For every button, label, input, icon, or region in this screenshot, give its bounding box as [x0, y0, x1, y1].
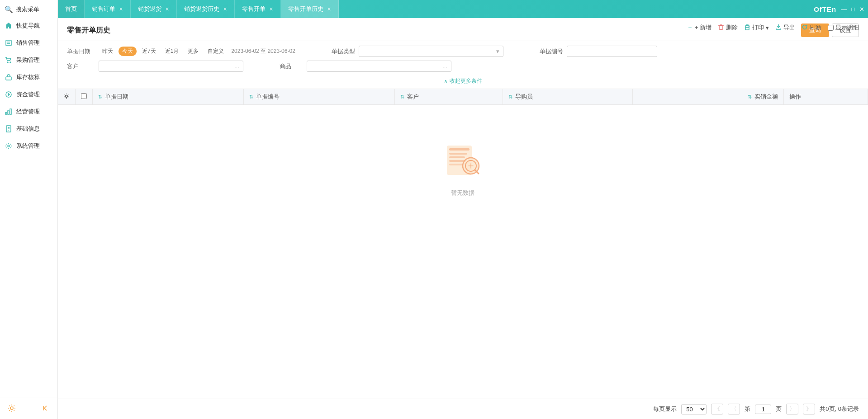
export-button[interactable]: 导出	[775, 24, 795, 32]
date-yesterday-btn[interactable]: 昨天	[99, 47, 117, 56]
print-icon	[744, 24, 750, 32]
sidebar-item-purchase-mgmt[interactable]: 采购管理	[0, 52, 57, 69]
print-label: 打印	[752, 24, 764, 32]
no-filter-input[interactable]	[567, 46, 657, 57]
refresh-button[interactable]: 刷新	[802, 24, 821, 32]
purchase-icon	[5, 56, 13, 64]
close-tab-retail-open-history[interactable]: ✕	[327, 6, 331, 12]
close-tab-sales-return-history[interactable]: ✕	[223, 6, 227, 12]
svg-rect-23	[449, 148, 470, 151]
topbar-right: OfTEn — □ ✕	[814, 5, 864, 13]
tab-retail-open-history[interactable]: 零售开单历史 ✕	[281, 0, 339, 18]
date-custom-btn[interactable]: 自定义	[204, 47, 228, 56]
tab-retail-open-history-label: 零售开单历史	[288, 5, 323, 13]
add-button[interactable]: ＋ + 新增	[687, 24, 711, 32]
page-input[interactable]	[755, 405, 771, 414]
prev-page-button[interactable]: 〈	[728, 404, 740, 414]
th-date[interactable]: ⇅ 单据日期	[93, 89, 244, 105]
select-all-checkbox[interactable]	[81, 93, 87, 99]
tab-sales-order[interactable]: 销售订单 ✕	[85, 0, 131, 18]
tab-sales-return[interactable]: 销货退货 ✕	[131, 0, 177, 18]
brand-label: OfTEn	[814, 5, 836, 13]
svg-rect-18	[745, 28, 749, 30]
sidebar-item-quick-nav[interactable]: 快捷导航	[0, 17, 57, 34]
pagination: 每页显示 10 20 50 100 《 〈 第 页 〉 》 共0页, 0条记录	[58, 399, 868, 419]
th-customer[interactable]: ⇅ 客户	[395, 89, 503, 105]
window-close-button[interactable]: ✕	[859, 6, 864, 13]
sidebar-bottom	[0, 397, 57, 419]
th-amount[interactable]: ⇅ 实销金额	[632, 89, 783, 105]
sidebar-item-label: 销售管理	[16, 39, 40, 47]
filter-area: 单据日期 昨天 今天 近7天 近1月 更多 自定义 2023-06-02 至 2…	[58, 41, 868, 89]
sidebar-item-basic-info[interactable]: 基础信息	[0, 120, 57, 137]
print-dropdown-icon[interactable]: ▾	[766, 24, 769, 31]
basic-info-icon	[5, 125, 13, 133]
collapse-bar[interactable]: ∧ 收起更多条件	[67, 75, 859, 87]
svg-point-14	[8, 145, 9, 147]
show-detail-label: 显示明细	[835, 24, 859, 32]
refresh-label: 刷新	[810, 24, 821, 32]
sidebar-item-finance[interactable]: 资金管理	[0, 86, 57, 103]
tab-retail-open-label: 零售开单	[242, 5, 266, 13]
tab-sales-return-history-label: 销货退货历史	[184, 5, 219, 13]
tab-sales-order-label: 销售订单	[92, 5, 115, 13]
operation-icon	[5, 108, 13, 116]
th-guide[interactable]: ⇅ 导购员	[503, 89, 633, 105]
close-tab-sales-return[interactable]: ✕	[165, 6, 169, 12]
goods-dots[interactable]: ...	[442, 63, 447, 70]
customer-dots[interactable]: ...	[234, 63, 239, 70]
sort-guide-icon: ⇅	[508, 94, 512, 99]
sort-date-icon: ⇅	[98, 94, 102, 99]
date-1month-btn[interactable]: 近1月	[161, 47, 183, 56]
search-icon: 🔍	[5, 5, 13, 14]
tab-home-label: 首页	[65, 5, 77, 13]
th-action: 操作	[784, 89, 868, 105]
minimize-button[interactable]: —	[841, 6, 847, 13]
tab-retail-open[interactable]: 零售开单 ✕	[235, 0, 281, 18]
close-tab-retail-open[interactable]: ✕	[269, 6, 273, 12]
page-size-select[interactable]: 10 20 50 100	[681, 404, 707, 414]
type-filter-label: 单据类型	[332, 47, 359, 56]
settings-bottom-icon[interactable]	[5, 402, 18, 414]
sidebar-item-label: 快捷导航	[16, 22, 40, 30]
delete-button[interactable]: 删除	[718, 24, 738, 32]
svg-rect-24	[449, 153, 467, 155]
sidebar-item-inventory[interactable]: 库存核算	[0, 69, 57, 86]
th-settings[interactable]	[58, 89, 76, 105]
print-button[interactable]: 打印 ▾	[744, 24, 769, 32]
sidebar-item-operation[interactable]: 经营管理	[0, 103, 57, 120]
th-date-label: 单据日期	[105, 93, 128, 100]
system-icon	[5, 142, 13, 150]
collapse-sidebar-icon[interactable]	[39, 402, 52, 414]
svg-rect-7	[5, 113, 7, 114]
next-page-button[interactable]: 〉	[786, 404, 798, 414]
date-more-btn[interactable]: 更多	[184, 47, 202, 56]
customer-filter-select[interactable]: ...	[99, 61, 243, 72]
date-7days-btn[interactable]: 近7天	[138, 47, 160, 56]
sidebar-item-system[interactable]: 系统管理	[0, 137, 57, 155]
th-no[interactable]: ⇅ 单据编号	[244, 89, 395, 105]
sidebar-item-sales-mgmt[interactable]: 销售管理	[0, 34, 57, 52]
last-page-button[interactable]: 》	[803, 404, 815, 414]
goods-filter-select[interactable]: ...	[307, 61, 451, 72]
show-detail-toggle[interactable]: 显示明细	[828, 24, 859, 32]
maximize-button[interactable]: □	[851, 6, 855, 13]
finance-icon	[5, 90, 13, 99]
page-title: 零售开单历史	[67, 26, 110, 35]
customer-filter-label: 客户	[67, 62, 99, 71]
type-filter-select[interactable]: ▾	[359, 46, 503, 57]
delete-label: 删除	[726, 24, 738, 32]
home-icon	[5, 22, 13, 30]
sidebar-search[interactable]: 🔍 搜索采单	[0, 0, 57, 17]
sidebar-item-label: 经营管理	[16, 108, 40, 116]
tab-sales-return-history[interactable]: 销货退货历史 ✕	[177, 0, 235, 18]
tab-sales-return-label: 销货退货	[138, 5, 161, 13]
th-checkbox[interactable]	[76, 89, 93, 105]
empty-illustration	[440, 141, 485, 182]
show-detail-checkbox[interactable]	[828, 25, 834, 31]
close-tab-sales-order[interactable]: ✕	[119, 6, 123, 12]
sidebar-item-label: 采购管理	[16, 56, 40, 64]
date-today-btn[interactable]: 今天	[119, 47, 137, 56]
first-page-button[interactable]: 《	[711, 404, 723, 414]
tab-home[interactable]: 首页	[58, 0, 85, 18]
